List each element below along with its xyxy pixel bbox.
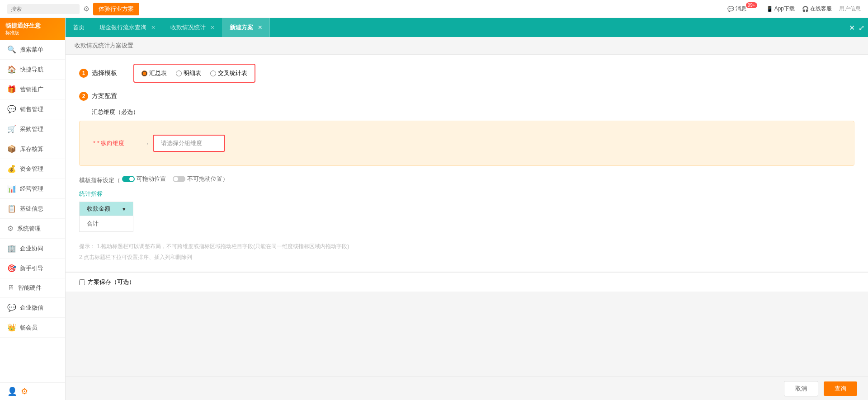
- select-dim-box[interactable]: 请选择分组维度: [153, 135, 225, 152]
- user-info: 用户信息: [839, 5, 861, 13]
- logo-name: 畅捷通好生意: [5, 22, 41, 30]
- download-icon: 📱: [766, 6, 773, 12]
- unmovable-toggle: 不可拖动位置）: [173, 175, 228, 183]
- search-menu-icon: 🔍: [7, 45, 16, 54]
- section2-title: 方案配置: [92, 92, 117, 100]
- sidebar-item-marketing[interactable]: 🎁 营销推广: [0, 80, 65, 99]
- dimension-label: 汇总维度（必选）: [92, 108, 854, 116]
- sidebar-item-system[interactable]: ⚙ 系统管理: [0, 219, 65, 239]
- radio-summary[interactable]: 汇总表: [142, 69, 167, 77]
- radio-detail[interactable]: 明细表: [176, 69, 201, 77]
- sidebar-item-quick-nav[interactable]: 🏠 快捷导航: [0, 60, 65, 80]
- marketing-icon: 🎁: [7, 85, 16, 94]
- sidebar-item-label: 经营管理: [20, 185, 43, 193]
- sidebar-item-label: 系统管理: [17, 225, 41, 233]
- operations-icon: 📊: [7, 184, 16, 193]
- hint-text-1: 提示： 1.拖动标题栏可以调整布局，不可跨维度或指标区域拖动栏目字段(只能在同一…: [79, 241, 854, 252]
- stats-area: 统计指标 收款金额 ▾ 合计: [79, 190, 854, 232]
- sidebar-logo: 畅捷通好生意 标准版: [0, 18, 65, 40]
- stats-table-header[interactable]: 收款金额 ▾: [80, 202, 133, 216]
- form-container: 1 选择模板 汇总表 明细表 交叉统计表: [66, 55, 868, 272]
- sidebar-item-search-menu[interactable]: 🔍 搜索菜单: [0, 40, 65, 60]
- section2-num: 2: [79, 92, 88, 101]
- sidebar-item-basic-info[interactable]: 📋 基础信息: [0, 199, 65, 219]
- movable-label: 可拖动位置: [137, 175, 166, 183]
- radio-detail-input[interactable]: [176, 71, 182, 76]
- section1-num: 1: [79, 69, 88, 78]
- sidebar-expand-icon[interactable]: 👤: [7, 386, 17, 396]
- save-checkbox[interactable]: [79, 279, 85, 285]
- section2: 2 方案配置 汇总维度（必选） * * 纵向维度 请选择分组维度: [79, 92, 854, 263]
- tab-bar-actions: ✕ ⤢: [845, 18, 868, 37]
- sidebar-item-label: 快捷导航: [20, 66, 43, 74]
- page-content: 收款情况统计方案设置 1 选择模板 汇总表 明细表: [66, 37, 868, 376]
- tab-new-plan-label: 新建方案: [230, 24, 253, 32]
- radio-summary-input[interactable]: [142, 71, 147, 76]
- stats-dropdown-icon[interactable]: ▾: [123, 206, 126, 212]
- sidebar-item-guide[interactable]: 🎯 新手引导: [0, 259, 65, 278]
- sidebar-item-label: 智能硬件: [18, 284, 42, 292]
- radio-cross[interactable]: 交叉统计表: [210, 69, 247, 77]
- sidebar-item-operations[interactable]: 📊 经营管理: [0, 179, 65, 199]
- sidebar-item-label: 搜索菜单: [20, 46, 43, 54]
- tab-new-plan-close[interactable]: ✕: [258, 24, 262, 31]
- header-left: ⚙ 体验行业方案: [7, 3, 139, 15]
- trial-button[interactable]: 体验行业方案: [93, 3, 139, 15]
- tab-bank-flow-label: 现金银行流水查询: [99, 24, 146, 32]
- hardware-icon: 🖥: [7, 284, 14, 292]
- template-selection-box: 汇总表 明细表 交叉统计表: [133, 64, 255, 83]
- tab-receipt-stats-close[interactable]: ✕: [210, 24, 215, 31]
- sidebar-item-label: 采购管理: [20, 125, 43, 133]
- stats-header-label: 收款金额: [87, 205, 110, 213]
- header-right: 💬 消息 99+ 📱 App下载 🎧 在线客服 用户信息: [727, 5, 861, 13]
- download-item[interactable]: 📱 App下载: [766, 5, 795, 13]
- header-settings-icon[interactable]: ⚙: [83, 5, 90, 13]
- sidebar-item-label: 基础信息: [20, 205, 43, 213]
- cancel-button[interactable]: 取消: [784, 381, 818, 396]
- enterprise-icon: 🏢: [7, 244, 16, 253]
- tab-bar-close-icon[interactable]: ✕: [849, 24, 855, 32]
- radio-cross-input[interactable]: [210, 71, 216, 76]
- tab-home[interactable]: 首页: [66, 18, 92, 37]
- tab-bar-expand-icon[interactable]: ⤢: [859, 24, 864, 32]
- member-icon: 👑: [7, 323, 16, 332]
- save-option: 方案保存（可选）: [66, 272, 868, 292]
- download-label: App下载: [774, 5, 795, 13]
- service-item[interactable]: 🎧 在线客服: [802, 5, 832, 13]
- bottom-action-bar: 取消 查询: [66, 376, 868, 400]
- unmovable-label: 不可拖动位置）: [187, 175, 228, 183]
- sidebar-item-enterprise[interactable]: 🏢 企业协同: [0, 239, 65, 259]
- sidebar-settings-icon[interactable]: ⚙: [21, 386, 28, 396]
- page-title-bar: 收款情况统计方案设置: [66, 37, 868, 55]
- hint-section: 提示： 1.拖动标题栏可以调整布局，不可跨维度或指标区域拖动栏目字段(只能在同一…: [79, 241, 854, 263]
- sidebar-bottom: 👤 ⚙: [0, 382, 65, 400]
- sidebar-item-purchase[interactable]: 🛒 采购管理: [0, 119, 65, 139]
- message-item[interactable]: 💬 消息 99+: [727, 5, 759, 13]
- service-icon: 🎧: [802, 6, 809, 12]
- message-label: 消息: [736, 5, 746, 13]
- top-header: ⚙ 体验行业方案 💬 消息 99+ 📱 App下载 🎧 在线客服 用户信息: [0, 0, 868, 18]
- tab-new-plan[interactable]: 新建方案 ✕: [222, 18, 270, 37]
- sidebar-item-funds[interactable]: 💰 资金管理: [0, 159, 65, 179]
- save-option-label: 方案保存（可选）: [88, 278, 135, 286]
- unmovable-toggle-off[interactable]: [173, 176, 185, 182]
- sidebar-item-label: 企业微信: [20, 304, 43, 312]
- hint-text-2: 2.点击标题栏下拉可设置排序、插入列和删除列: [79, 252, 854, 263]
- tab-receipt-stats[interactable]: 收款情况统计 ✕: [163, 18, 222, 37]
- tab-bank-flow[interactable]: 现金银行流水查询 ✕: [92, 18, 163, 37]
- section1-title: 选择模板: [92, 69, 117, 77]
- sidebar-item-hardware[interactable]: 🖥 智能硬件: [0, 278, 65, 298]
- radio-cross-label: 交叉统计表: [218, 69, 247, 77]
- sidebar-item-sales[interactable]: 💬 销售管理: [0, 99, 65, 119]
- tab-receipt-stats-label: 收款情况统计: [170, 24, 206, 32]
- query-button[interactable]: 查询: [824, 381, 857, 396]
- header-search-input[interactable]: [7, 4, 80, 14]
- sidebar-item-member[interactable]: 👑 畅会员: [0, 318, 65, 338]
- sidebar-item-wechat[interactable]: 💬 企业微信: [0, 298, 65, 318]
- quick-nav-icon: 🏠: [7, 65, 16, 74]
- stats-table: 收款金额 ▾ 合计: [79, 202, 133, 232]
- sidebar-item-inventory[interactable]: 📦 库存核算: [0, 139, 65, 159]
- tab-bank-flow-close[interactable]: ✕: [151, 24, 156, 31]
- section2-header: 2 方案配置: [79, 92, 854, 101]
- movable-toggle-on[interactable]: [122, 176, 135, 182]
